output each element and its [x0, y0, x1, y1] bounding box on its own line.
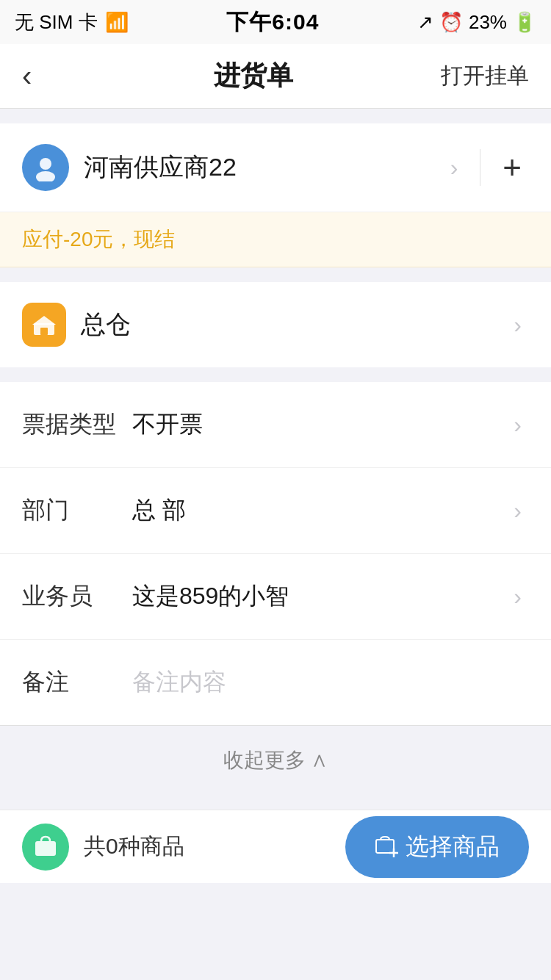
warehouse-name: 总仓 — [81, 308, 514, 342]
supplier-chevron-icon: › — [450, 154, 458, 181]
goods-icon-wrap — [22, 824, 69, 871]
warehouse-card: 总仓 › — [0, 282, 551, 367]
department-label: 部门 — [22, 494, 125, 527]
remarks-row[interactable]: 备注 备注内容 — [0, 640, 551, 725]
salesperson-label: 业务员 — [22, 580, 125, 613]
salesperson-row[interactable]: 业务员 这是859的小智 › — [0, 554, 551, 640]
carrier-label: 无 SIM 卡 — [15, 10, 98, 35]
status-time: 下午6:04 — [226, 7, 319, 37]
info-banner: 应付-20元，现结 — [0, 212, 551, 267]
invoice-chevron-icon: › — [514, 411, 522, 439]
alarm-icon: ⏰ — [439, 11, 463, 34]
svg-rect-4 — [40, 328, 48, 335]
battery-icon: 🔋 — [513, 11, 536, 34]
back-button[interactable]: ‹ — [22, 60, 81, 93]
svg-rect-5 — [35, 841, 56, 856]
remarks-label: 备注 — [22, 666, 125, 699]
page-title: 进货单 — [81, 58, 426, 94]
location-icon: ↗ — [417, 11, 433, 34]
vertical-divider — [480, 149, 480, 186]
collapse-label: 收起更多 ∧ — [223, 746, 328, 774]
salesperson-value: 这是859的小智 — [125, 580, 514, 613]
remarks-input[interactable]: 备注内容 — [125, 666, 529, 699]
supplier-avatar — [22, 144, 69, 191]
svg-point-1 — [36, 171, 55, 181]
battery-label: 23% — [469, 11, 507, 34]
warehouse-row[interactable]: 总仓 › — [0, 282, 551, 367]
collapse-button[interactable]: 收起更多 ∧ — [0, 725, 551, 795]
form-card: 票据类型 不开票 › 部门 总 部 › 业务员 这是859的小智 › 备注 备注… — [0, 382, 551, 725]
department-chevron-icon: › — [514, 497, 522, 525]
supplier-card: 河南供应商22 › + 应付-20元，现结 — [0, 123, 551, 267]
status-right: ↗ ⏰ 23% 🔋 — [417, 11, 536, 34]
status-bar: 无 SIM 卡 📶 下午6:04 ↗ ⏰ 23% 🔋 — [0, 0, 551, 44]
warehouse-chevron-icon: › — [514, 311, 522, 339]
supplier-name: 河南供应商22 — [84, 151, 450, 184]
page-container: 无 SIM 卡 📶 下午6:04 ↗ ⏰ 23% 🔋 ‹ 进货单 打开挂单 河南… — [0, 0, 551, 980]
section-gap-3 — [0, 367, 551, 382]
section-gap-2 — [0, 267, 551, 282]
open-pending-button[interactable]: 打开挂单 — [426, 61, 529, 91]
svg-point-0 — [40, 158, 51, 170]
svg-rect-6 — [376, 840, 394, 853]
wifi-icon: 📶 — [105, 11, 129, 34]
invoice-type-row[interactable]: 票据类型 不开票 › — [0, 382, 551, 468]
nav-bar: ‹ 进货单 打开挂单 — [0, 44, 551, 109]
department-row[interactable]: 部门 总 部 › — [0, 468, 551, 554]
invoice-type-label: 票据类型 — [22, 408, 125, 441]
add-supplier-button[interactable]: + — [495, 149, 529, 186]
bottom-bar: 共0种商品 选择商品 — [0, 810, 551, 883]
supplier-row[interactable]: 河南供应商22 › + — [0, 123, 551, 212]
salesperson-chevron-icon: › — [514, 583, 522, 610]
select-goods-button[interactable]: 选择商品 — [345, 816, 529, 878]
select-goods-label: 选择商品 — [406, 831, 500, 863]
info-text: 应付-20元，现结 — [22, 228, 175, 251]
warehouse-icon — [22, 303, 66, 347]
department-value: 总 部 — [125, 494, 514, 527]
invoice-type-value: 不开票 — [125, 408, 514, 441]
goods-count-label: 共0种商品 — [84, 832, 345, 862]
status-left: 无 SIM 卡 📶 — [15, 10, 129, 35]
svg-marker-3 — [32, 316, 56, 325]
section-gap-1 — [0, 109, 551, 123]
section-gap-4 — [0, 795, 551, 810]
